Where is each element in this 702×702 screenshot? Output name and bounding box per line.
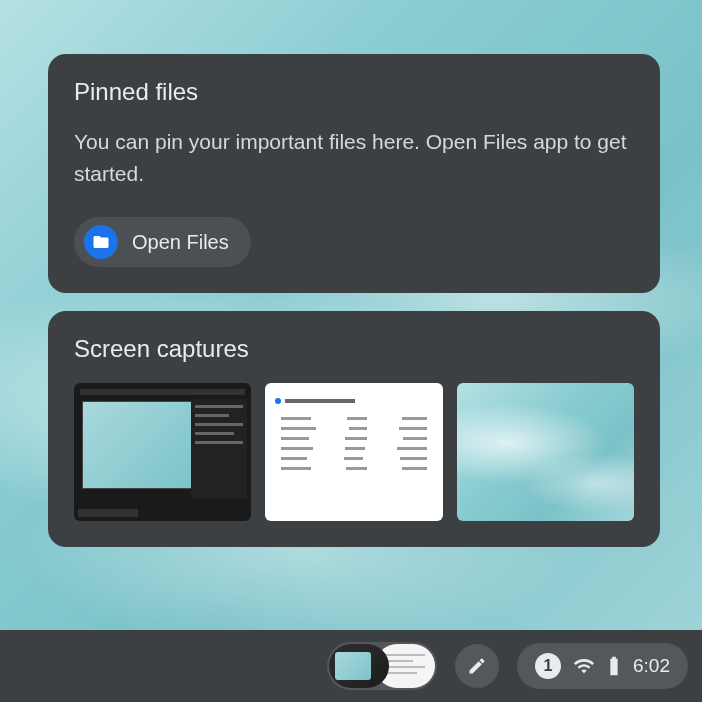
pen-icon [467, 656, 487, 676]
pinned-files-card: Pinned files You can pin your important … [48, 54, 660, 293]
thumbnail-row [74, 383, 634, 521]
status-tray[interactable]: 1 6:02 [517, 643, 688, 689]
pinned-files-description: You can pin your important files here. O… [74, 126, 634, 189]
screen-captures-card: Screen captures [48, 311, 660, 547]
open-files-button[interactable]: Open Files [74, 217, 251, 267]
notification-badge: 1 [535, 653, 561, 679]
open-files-label: Open Files [132, 231, 229, 254]
capture-thumbnail[interactable] [74, 383, 251, 521]
capture-thumbnail[interactable] [457, 383, 634, 521]
pinned-files-title: Pinned files [74, 78, 634, 106]
shelf: 1 6:02 [0, 630, 702, 702]
wifi-icon [573, 655, 595, 677]
tote-panel: Pinned files You can pin your important … [48, 54, 660, 547]
folder-icon [84, 225, 118, 259]
stylus-button[interactable] [455, 644, 499, 688]
battery-icon [607, 655, 621, 677]
screen-captures-title: Screen captures [74, 335, 634, 363]
capture-thumbnail[interactable] [265, 383, 443, 521]
holding-space-tray[interactable] [327, 642, 437, 690]
clock: 6:02 [633, 655, 670, 677]
